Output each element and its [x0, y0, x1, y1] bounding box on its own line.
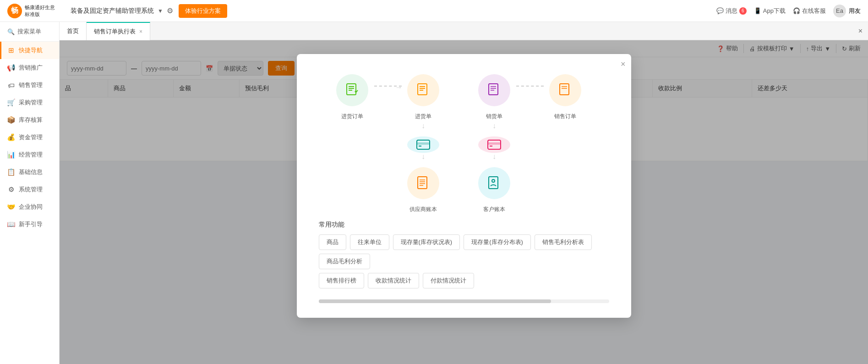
system-dropdown-button[interactable]: ▼	[158, 8, 163, 14]
arrow-down-payment: ↓	[388, 120, 459, 132]
workflow-diagram: →	[308, 65, 620, 213]
wf-purchase-order: →	[317, 70, 388, 111]
sidebar-item-label: 新手引导	[19, 220, 43, 228]
svg-rect-16	[417, 142, 430, 145]
func-btn-product[interactable]: 商品	[319, 234, 346, 250]
tab-bar-close-button[interactable]: ×	[853, 27, 868, 35]
func-btn-receipt-stats[interactable]: 收款情况统计	[368, 273, 419, 288]
system-name-text: 装备及固定资产辅助管理系统	[71, 7, 154, 15]
system-settings-button[interactable]: ⚙	[167, 6, 173, 15]
tab-sales-order[interactable]: 销售订单执行表 ×	[87, 22, 150, 40]
tab-close-icon[interactable]: ×	[139, 28, 142, 35]
wf-sales-bill	[459, 70, 530, 111]
sidebar-item-system[interactable]: ⚙ 系统管理	[0, 181, 59, 198]
tab-home-label: 首页	[67, 27, 79, 35]
wf-payment-bill	[388, 132, 459, 141]
headset-icon: 🎧	[793, 7, 800, 14]
sidebar-item-sales[interactable]: 🏷 销售管理	[0, 76, 59, 94]
tab-sales-order-label: 销售订单执行表	[94, 27, 136, 36]
svg-rect-19	[488, 142, 501, 145]
trial-button[interactable]: 体验行业方案	[179, 4, 227, 18]
search-icon: 🔍	[7, 28, 15, 35]
purchase-order-icon	[336, 74, 368, 106]
sidebar: 🔍 搜索菜单 ⊞ 快捷导航 📢 营销推广 🏷 销售管理 🛒 采购管理	[0, 22, 60, 364]
svg-rect-12	[560, 84, 569, 95]
sidebar-item-enterprise[interactable]: 🤝 企业协同	[0, 198, 59, 216]
func-btn-partner[interactable]: 往来单位	[350, 234, 389, 250]
sidebar-item-inventory[interactable]: 📦 库存核算	[0, 111, 59, 129]
supplier-account-icon	[407, 167, 439, 199]
func-btn-product-margin[interactable]: 商品毛利分析	[319, 254, 370, 269]
quick-nav-icon: ⊞	[7, 46, 15, 54]
sidebar-item-label: 资金管理	[19, 133, 43, 141]
app-container: 畅 畅康通好生意 标准版 装备及固定资产辅助管理系统 ▼ ⚙ 体验行业方案 💬 …	[0, 0, 868, 364]
operations-icon: 📊	[7, 151, 15, 159]
enterprise-icon: 🤝	[7, 203, 15, 211]
top-bar: 畅 畅康通好生意 标准版 装备及固定资产辅助管理系统 ▼ ⚙ 体验行业方案 💬 …	[0, 0, 868, 22]
user-area[interactable]: Ea 用友	[833, 5, 861, 17]
svg-rect-21	[418, 177, 427, 189]
app-download-item[interactable]: 📱 App下载	[754, 7, 786, 15]
phone-icon: 📱	[754, 7, 761, 14]
guide-icon: 📖	[7, 220, 15, 228]
arrow-down-receipt: ↓	[459, 120, 530, 132]
sidebar-search-area: 🔍 搜索菜单	[0, 22, 59, 42]
sidebar-item-label: 营销推广	[19, 64, 43, 72]
tab-home[interactable]: 首页	[60, 22, 87, 40]
receipt-bill-icon	[478, 136, 510, 153]
message-badge: 6	[739, 7, 747, 15]
wf-label-sales-bill: 销货单	[459, 111, 530, 120]
svg-rect-4	[418, 84, 427, 95]
basic-info-icon: 📋	[7, 168, 15, 176]
wf-sales-order	[530, 70, 601, 111]
common-functions-title: 常用功能	[319, 221, 609, 229]
main-area: 🔍 搜索菜单 ⊞ 快捷导航 📢 营销推广 🏷 销售管理 🛒 采购管理	[0, 22, 868, 364]
sidebar-item-marketing[interactable]: 📢 营销推广	[0, 59, 59, 76]
sidebar-item-finance[interactable]: 💰 资金管理	[0, 129, 59, 146]
func-btn-stock-status[interactable]: 现存量(库存状况表)	[393, 234, 460, 250]
svg-rect-8	[489, 84, 498, 95]
logo-area: 畅 畅康通好生意 标准版	[7, 4, 67, 18]
sidebar-item-quick-nav[interactable]: ⊞ 快捷导航	[0, 42, 59, 59]
sidebar-item-label: 企业协同	[19, 203, 43, 211]
sidebar-item-label: 库存核算	[19, 116, 43, 124]
sidebar-item-operations[interactable]: 📊 经营管理	[0, 146, 59, 163]
system-icon: ⚙	[7, 185, 15, 194]
sidebar-item-label: 基础信息	[19, 168, 43, 176]
scroll-thumb[interactable]	[319, 299, 551, 303]
sales-icon: 🏷	[7, 81, 15, 89]
sidebar-item-purchase[interactable]: 🛒 采购管理	[0, 94, 59, 111]
page-content: ❓ 帮助 🖨 按模板打印 ▼ ↑ 导出 ▼	[60, 40, 868, 364]
func-btn-sales-rank[interactable]: 销售排行榜	[319, 273, 364, 288]
modal-overlay[interactable]: × →	[60, 40, 868, 364]
modal-close-button[interactable]: ×	[621, 60, 626, 69]
wf-label-customer-account: 客户账本	[459, 204, 530, 213]
wf-supplier-account	[388, 163, 459, 204]
common-functions-section: 常用功能 商品 往来单位 现存量(库存状况表) 现存量(库存分布表) 销售毛利分…	[308, 221, 620, 296]
sidebar-item-label: 快捷导航	[19, 46, 43, 54]
message-item[interactable]: 💬 消息 6	[716, 7, 747, 15]
wf-receipt-bill	[459, 132, 530, 141]
top-right-area: 💬 消息 6 📱 App下载 🎧 在线客服 Ea 用友	[716, 5, 861, 17]
scroll-track[interactable]	[319, 299, 609, 303]
inventory-icon: 📦	[7, 116, 15, 124]
purchase-icon: 🛒	[7, 98, 15, 107]
sidebar-item-label: 销售管理	[19, 81, 43, 89]
logo-text: 畅康通好生意 标准版	[25, 4, 55, 17]
purchase-bill-icon	[407, 74, 439, 106]
message-label: 消息	[726, 7, 737, 15]
online-service-label: 在线客服	[802, 7, 826, 15]
svg-rect-0	[347, 84, 356, 95]
system-name-area: 装备及固定资产辅助管理系统 ▼ ⚙	[71, 6, 173, 15]
sidebar-item-guide[interactable]: 📖 新手引导	[0, 216, 59, 233]
online-service-item[interactable]: 🎧 在线客服	[793, 7, 826, 15]
func-btn-payment-stats[interactable]: 付款情况统计	[423, 273, 474, 288]
func-btn-stock-dist[interactable]: 现存量(库存分布表)	[464, 234, 531, 250]
sidebar-item-basic-info[interactable]: 📋 基础信息	[0, 163, 59, 181]
marketing-icon: 📢	[7, 64, 15, 72]
search-menu-button[interactable]: 🔍 搜索菜单	[4, 26, 55, 38]
logo-icon: 畅	[7, 4, 22, 18]
content-area: 首页 销售订单执行表 × × ❓ 帮助	[60, 22, 868, 364]
function-buttons-container: 商品 往来单位 现存量(库存状况表) 现存量(库存分布表) 销售毛利分析表 商品…	[319, 234, 609, 269]
func-btn-sales-margin[interactable]: 销售毛利分析表	[535, 234, 592, 250]
